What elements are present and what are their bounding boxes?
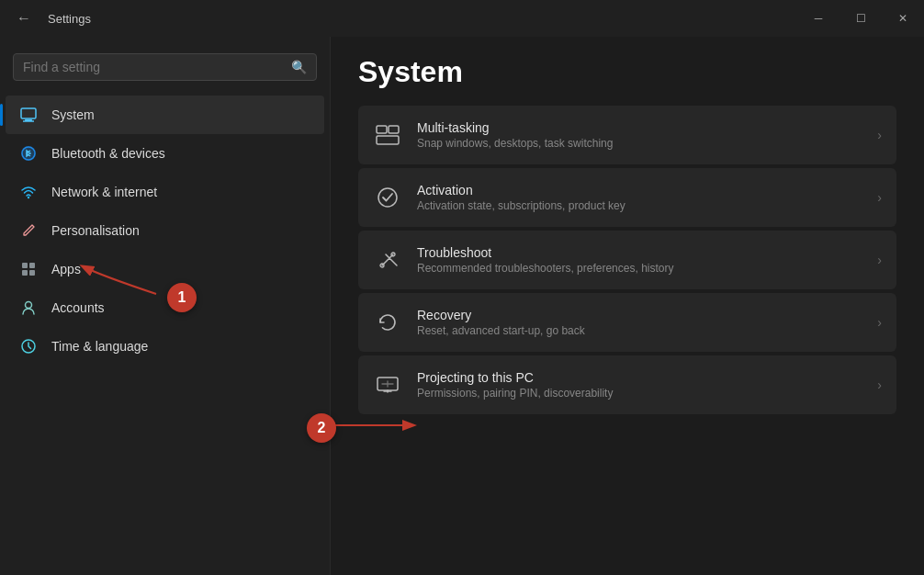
- svg-rect-6: [22, 263, 28, 268]
- sidebar-item-bluetooth-label: Bluetooth & devices: [51, 146, 165, 161]
- annotation-2: 2: [307, 413, 336, 443]
- projecting-icon: [373, 370, 402, 400]
- recovery-text: Recovery Reset, advanced start-up, go ba…: [417, 308, 862, 337]
- activation-subtitle: Activation state, subscriptions, product…: [417, 199, 862, 212]
- main-layout: 🔍 System: [0, 37, 924, 575]
- annotation-1-label: 1: [178, 289, 186, 306]
- troubleshoot-icon: [373, 245, 402, 275]
- network-icon: [18, 182, 39, 202]
- sidebar-item-apps-label: Apps: [51, 262, 81, 276]
- setting-item-projecting[interactable]: Projecting to this PC Permissions, pairi…: [358, 355, 896, 414]
- sidebar-item-accounts[interactable]: Accounts: [6, 288, 324, 327]
- multitasking-icon: [373, 120, 402, 150]
- sidebar-nav: System Bluetooth & devices: [0, 96, 330, 575]
- recovery-icon: [373, 308, 402, 337]
- troubleshoot-title: Troubleshoot: [417, 245, 862, 260]
- sidebar-item-system-label: System: [51, 107, 95, 122]
- personalisation-icon: [18, 220, 39, 241]
- maximize-button[interactable]: ☐: [839, 0, 882, 37]
- window-controls: ─ ☐ ✕: [797, 0, 924, 37]
- sidebar-item-personalisation-label: Personalisation: [51, 223, 140, 238]
- annotation-2-label: 2: [318, 420, 326, 436]
- svg-rect-7: [29, 263, 35, 268]
- svg-rect-14: [377, 136, 399, 144]
- recovery-title: Recovery: [417, 308, 862, 322]
- setting-item-multitasking[interactable]: Multi-tasking Snap windows, desktops, ta…: [358, 106, 896, 164]
- multitasking-subtitle: Snap windows, desktops, task switching: [417, 137, 862, 150]
- troubleshoot-chevron: ›: [877, 253, 882, 267]
- accounts-icon: [18, 298, 39, 318]
- setting-item-troubleshoot[interactable]: Troubleshoot Recommended troubleshooters…: [358, 231, 896, 289]
- svg-rect-8: [22, 270, 28, 276]
- titlebar: ← Settings ─ ☐ ✕: [0, 0, 924, 37]
- sidebar-item-bluetooth[interactable]: Bluetooth & devices: [6, 134, 324, 173]
- svg-rect-9: [29, 270, 35, 276]
- app-title: Settings: [48, 12, 91, 26]
- search-box[interactable]: 🔍: [13, 53, 317, 81]
- svg-point-15: [378, 188, 397, 207]
- time-icon: [18, 336, 39, 356]
- projecting-chevron: ›: [877, 378, 882, 392]
- sidebar: 🔍 System: [0, 37, 331, 575]
- projecting-text: Projecting to this PC Permissions, pairi…: [417, 370, 862, 400]
- sidebar-item-system[interactable]: System: [6, 96, 324, 134]
- svg-point-5: [28, 197, 29, 198]
- activation-title: Activation: [417, 183, 862, 197]
- search-icon: 🔍: [291, 60, 307, 74]
- multitasking-text: Multi-tasking Snap windows, desktops, ta…: [417, 120, 862, 150]
- recovery-chevron: ›: [877, 315, 882, 330]
- activation-chevron: ›: [877, 190, 882, 205]
- close-button[interactable]: ✕: [882, 0, 924, 37]
- svg-rect-0: [21, 108, 36, 118]
- annotation-1: 1: [167, 283, 197, 312]
- setting-item-activation[interactable]: Activation Activation state, subscriptio…: [358, 168, 896, 227]
- sidebar-item-time[interactable]: Time & language: [6, 327, 324, 366]
- system-icon: [18, 105, 39, 125]
- activation-icon: [373, 183, 402, 212]
- svg-rect-13: [389, 126, 399, 133]
- activation-text: Activation Activation state, subscriptio…: [417, 183, 862, 212]
- multitasking-title: Multi-tasking: [417, 120, 862, 135]
- sidebar-item-accounts-label: Accounts: [51, 300, 105, 315]
- svg-point-10: [26, 302, 32, 309]
- sidebar-item-apps[interactable]: Apps: [6, 250, 324, 288]
- setting-item-recovery[interactable]: Recovery Reset, advanced start-up, go ba…: [358, 293, 896, 352]
- search-container: 🔍: [13, 53, 317, 81]
- sidebar-item-network[interactable]: Network & internet: [6, 173, 324, 211]
- projecting-subtitle: Permissions, pairing PIN, discoverabilit…: [417, 387, 862, 400]
- recovery-subtitle: Reset, advanced start-up, go back: [417, 324, 862, 337]
- svg-rect-12: [377, 126, 387, 133]
- back-button[interactable]: ←: [11, 6, 37, 31]
- troubleshoot-text: Troubleshoot Recommended troubleshooters…: [417, 245, 862, 275]
- search-input[interactable]: [23, 60, 284, 74]
- sidebar-item-network-label: Network & internet: [51, 185, 157, 199]
- projecting-title: Projecting to this PC: [417, 370, 862, 385]
- page-title: System: [358, 37, 896, 106]
- sidebar-item-time-label: Time & language: [51, 339, 148, 354]
- multitasking-chevron: ›: [877, 128, 882, 142]
- sidebar-item-personalisation[interactable]: Personalisation: [6, 211, 324, 250]
- content-area: System Multi-tasking Snap windows, deskt…: [331, 37, 924, 575]
- troubleshoot-subtitle: Recommended troubleshooters, preferences…: [417, 262, 862, 275]
- bluetooth-icon: [18, 143, 39, 163]
- minimize-button[interactable]: ─: [797, 0, 839, 37]
- svg-point-3: [21, 146, 36, 161]
- apps-icon: [18, 259, 39, 279]
